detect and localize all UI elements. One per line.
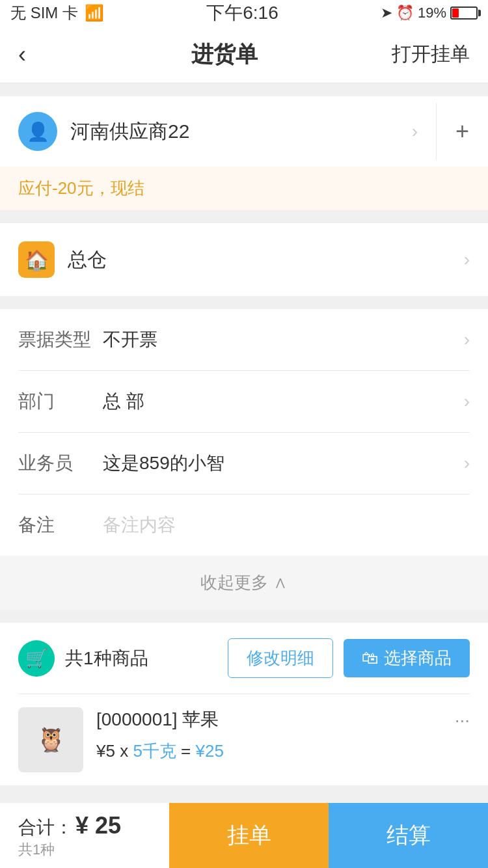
chevron-right-icon: ›	[412, 121, 418, 142]
department-value: 总 部	[96, 389, 457, 414]
product-info: [0000001] 苹果 ¥5 x 5千克 = ¥25	[96, 707, 431, 763]
products-header: 🛒 共1种商品 修改明细 🛍 选择商品	[0, 623, 488, 694]
supplier-avatar: 👤	[18, 112, 57, 151]
ticket-type-value: 不开票	[96, 327, 457, 352]
department-label: 部门	[18, 389, 96, 414]
product-thumbnail: 🦉	[18, 707, 83, 772]
product-unit-price: ¥5	[96, 741, 115, 761]
supplier-name: 河南供应商22	[70, 118, 405, 145]
department-chevron-icon: ›	[464, 391, 470, 412]
product-quantity: 5千克	[133, 741, 176, 761]
salesperson-value: 这是859的小智	[96, 451, 457, 476]
alarm-icon: ⏰	[396, 5, 414, 21]
salesperson-row[interactable]: 业务员 这是859的小智 ›	[0, 433, 488, 494]
status-bar: 无 SIM 卡 📶 下午6:16 ➤ ⏰ 19%	[0, 0, 488, 26]
product-title: 苹果	[182, 709, 219, 729]
divider-3	[0, 296, 488, 309]
warehouse-chevron-icon: ›	[464, 249, 470, 270]
supplier-select-button[interactable]: 👤 河南供应商22 ›	[0, 96, 436, 167]
warning-banner: 应付-20元，现结	[0, 167, 488, 210]
remark-value: 备注内容	[96, 513, 470, 537]
edit-details-button[interactable]: 修改明细	[228, 638, 333, 678]
back-button[interactable]: ‹	[18, 41, 57, 68]
battery-percent: 19%	[418, 5, 446, 21]
add-supplier-button[interactable]: +	[436, 103, 488, 160]
select-product-button[interactable]: 🛍 选择商品	[344, 639, 470, 677]
warehouse-name: 总仓	[68, 247, 457, 273]
total-amount: ¥ 25	[75, 812, 121, 839]
ticket-type-label: 票据类型	[18, 327, 96, 352]
page-title: 进货单	[191, 40, 258, 70]
location-icon: ➤	[381, 5, 392, 21]
total-sub: 共1种	[18, 840, 151, 860]
status-left: 无 SIM 卡 📶	[10, 3, 104, 23]
product-name: [0000001] 苹果	[96, 707, 431, 732]
battery-icon	[450, 7, 478, 20]
footer: 合计： ¥ 25 共1种 挂单 结算	[0, 803, 488, 868]
warehouse-select-button[interactable]: 🏠 总仓 ›	[0, 223, 488, 296]
divider-4	[0, 610, 488, 623]
divider-2	[0, 210, 488, 223]
products-count: 共1种商品	[65, 646, 228, 671]
total-label: 合计：	[18, 815, 73, 840]
footer-total: 合计： ¥ 25 共1种	[0, 803, 169, 868]
product-item: 🦉 [0000001] 苹果 ¥5 x 5千克 = ¥25 ···	[0, 694, 488, 785]
open-pending-button[interactable]: 打开挂单	[392, 41, 470, 68]
products-icon: 🛒	[18, 640, 55, 677]
collapse-button[interactable]: 收起更多 ∧	[0, 556, 488, 610]
wifi-icon: 📶	[85, 4, 104, 22]
salesperson-label: 业务员	[18, 451, 96, 476]
status-right: ➤ ⏰ 19%	[381, 5, 478, 21]
remark-row[interactable]: 备注 备注内容	[0, 495, 488, 556]
department-row[interactable]: 部门 总 部 ›	[0, 371, 488, 432]
product-more-button[interactable]: ···	[431, 707, 470, 731]
status-time: 下午6:16	[206, 1, 278, 25]
product-multiply: x	[120, 741, 133, 761]
hang-order-button[interactable]: 挂单	[169, 803, 329, 868]
salesperson-chevron-icon: ›	[464, 453, 470, 474]
product-id: [0000001]	[96, 709, 178, 729]
select-product-label: 选择商品	[384, 647, 452, 670]
warehouse-icon: 🏠	[18, 241, 55, 278]
ticket-type-row[interactable]: 票据类型 不开票 ›	[0, 309, 488, 370]
remark-label: 备注	[18, 513, 96, 537]
supplier-section: 👤 河南供应商22 › +	[0, 96, 488, 167]
product-price: ¥5 x 5千克 = ¥25	[96, 740, 431, 763]
cart-icon: 🛍	[362, 648, 379, 668]
ticket-type-chevron-icon: ›	[464, 329, 470, 350]
settle-button[interactable]: 结算	[329, 803, 488, 868]
divider-1	[0, 83, 488, 96]
products-section: 🛒 共1种商品 修改明细 🛍 选择商品 🦉 [0000001] 苹果 ¥5 x …	[0, 623, 488, 785]
carrier-text: 无 SIM 卡	[10, 3, 78, 23]
form-section: 票据类型 不开票 › 部门 总 部 › 业务员 这是859的小智 › 备注 备注…	[0, 309, 488, 556]
product-total: ¥25	[196, 741, 224, 761]
avatar-icon: 👤	[27, 121, 49, 142]
nav-bar: ‹ 进货单 打开挂单	[0, 26, 488, 83]
product-equals: =	[181, 741, 195, 761]
